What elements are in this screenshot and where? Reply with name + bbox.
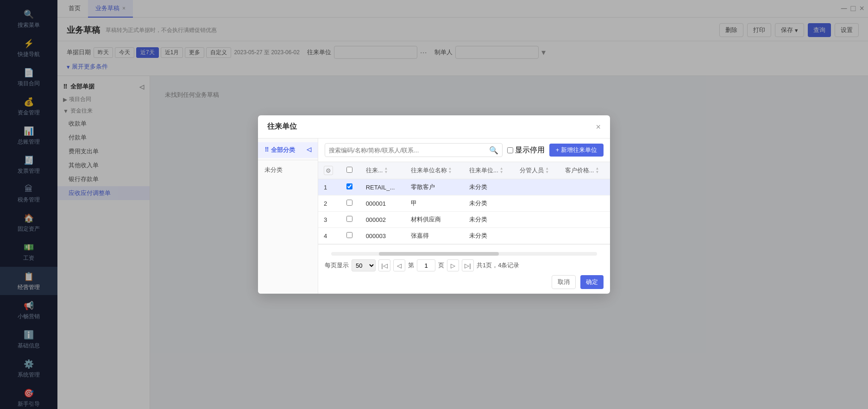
row-num: 2 [318, 195, 341, 212]
row-price [560, 212, 610, 228]
row-name: 零散客户 [405, 179, 464, 195]
prev-page-button[interactable]: ◁ [393, 259, 405, 271]
row-category: 未分类 [464, 228, 514, 244]
modal-body: ⠿ 全部分类 ◁ 未分类 🔍 [258, 138, 610, 294]
col-settings: ⚙ [318, 162, 341, 179]
modal-footer: 每页显示 50 100 200 |◁ ◁ 第 页 ▷ ▷| 共1页，4 [318, 244, 610, 294]
modal-overlay[interactable]: 往来单位 × ⠿ 全部分类 ◁ 未分类 [0, 0, 868, 409]
next-page-button[interactable]: ▷ [447, 259, 459, 271]
modal-main: 🔍 显示停用 + 新增往来单位 ⚙ [318, 138, 610, 294]
per-page-select[interactable]: 50 100 200 [352, 259, 376, 271]
modal-action-bar: 取消 确定 [325, 275, 604, 289]
table-head: ⚙ 往来... ▲▼ [318, 162, 610, 179]
row-name: 张嘉得 [405, 228, 464, 244]
sort-arrows-name: ▲▼ [448, 167, 452, 174]
row-check-4[interactable] [346, 232, 352, 238]
col-name: 往来单位名称 ▲▼ [405, 162, 464, 179]
search-input[interactable] [329, 147, 486, 154]
col-checkbox [341, 162, 360, 179]
modal-header: 往来单位 × [258, 115, 610, 138]
row-manager [514, 228, 559, 244]
table-body: 1 RETAIL_... 零散客户 未分类 [318, 179, 610, 244]
row-price [560, 179, 610, 195]
col-price: 客户价格... ▲▼ [560, 162, 610, 179]
row-price [560, 228, 610, 244]
row-manager [514, 195, 559, 212]
row-category: 未分类 [464, 195, 514, 212]
partner-modal: 往来单位 × ⠿ 全部分类 ◁ 未分类 [258, 115, 610, 294]
row-check-2[interactable] [346, 200, 352, 206]
horizontal-scrollbar[interactable] [331, 252, 597, 256]
per-page-label: 每页显示 [325, 261, 349, 270]
modal-table: ⚙ 往来... ▲▼ [318, 162, 610, 244]
sidebar-collapse-icon[interactable]: ◁ [307, 146, 311, 153]
col-code: 往来... ▲▼ [360, 162, 405, 179]
row-category: 未分类 [464, 212, 514, 228]
page-number-input[interactable] [417, 259, 435, 271]
partners-table: ⚙ 往来... ▲▼ [318, 162, 610, 244]
select-all-checkbox[interactable] [346, 167, 352, 173]
row-name: 材料供应商 [405, 212, 464, 228]
new-partner-button[interactable]: + 新增往来单位 [549, 144, 604, 157]
modal-sidebar-divider [258, 160, 318, 160]
sort-arrows-price: ▲▼ [595, 167, 599, 174]
page-suffix: 页 [438, 261, 444, 270]
show-disabled-label: 显示停用 [515, 145, 545, 155]
row-manager [514, 212, 559, 228]
sort-arrows-mgr: ▲▼ [545, 167, 549, 174]
confirm-button[interactable]: 确定 [580, 275, 604, 289]
total-records: 共1页，4条记录 [477, 261, 519, 270]
modal-sidebar-all[interactable]: ⠿ 全部分类 ◁ [258, 142, 318, 158]
grid-icon: ⠿ [264, 146, 269, 153]
table-row[interactable]: 4 000003 张嘉得 未分类 [318, 228, 610, 244]
table-row[interactable]: 1 RETAIL_... 零散客户 未分类 [318, 179, 610, 195]
row-check-3[interactable] [346, 216, 352, 222]
sort-price[interactable]: 客户价格... ▲▼ [565, 166, 599, 175]
scrollbar-thumb [379, 252, 498, 256]
sort-arrows-code: ▲▼ [384, 167, 388, 174]
row-code: 000002 [360, 212, 405, 228]
row-check-1[interactable] [346, 183, 352, 189]
modal-sidebar-unclassified[interactable]: 未分类 [258, 162, 318, 178]
row-num: 1 [318, 179, 341, 195]
column-settings-icon[interactable]: ⚙ [324, 166, 333, 175]
sort-name[interactable]: 往来单位名称 ▲▼ [411, 166, 452, 175]
row-checkbox [341, 195, 360, 212]
search-box: 🔍 [325, 143, 503, 157]
sort-manager[interactable]: 分管人员 ▲▼ [520, 166, 549, 175]
sort-category[interactable]: 往来单位... ▲▼ [469, 166, 503, 175]
show-disabled-checkbox[interactable] [507, 147, 513, 153]
row-num: 4 [318, 228, 341, 244]
col-manager: 分管人员 ▲▼ [514, 162, 559, 179]
sort-arrows-cat: ▲▼ [500, 167, 503, 174]
modal-title: 往来单位 [267, 122, 297, 132]
pagination: 每页显示 50 100 200 |◁ ◁ 第 页 ▷ ▷| 共1页，4 [325, 259, 604, 271]
page-label: 第 [408, 261, 414, 270]
table-row[interactable]: 3 000002 材料供应商 未分类 [318, 212, 610, 228]
row-name: 甲 [405, 195, 464, 212]
modal-toolbar: 🔍 显示停用 + 新增往来单位 [318, 138, 610, 162]
modal-close-icon[interactable]: × [596, 123, 601, 131]
row-checkbox [341, 179, 360, 195]
row-checkbox [341, 212, 360, 228]
col-category: 往来单位... ▲▼ [464, 162, 514, 179]
row-checkbox [341, 228, 360, 244]
last-page-button[interactable]: ▷| [462, 259, 474, 271]
sort-code[interactable]: 往来... ▲▼ [366, 166, 388, 175]
table-header-row: ⚙ 往来... ▲▼ [318, 162, 610, 179]
cancel-button[interactable]: 取消 [552, 275, 576, 289]
show-disabled-wrap: 显示停用 [507, 145, 545, 155]
row-code: 000001 [360, 195, 405, 212]
row-code: RETAIL_... [360, 179, 405, 195]
row-price [560, 195, 610, 212]
row-manager [514, 179, 559, 195]
row-code: 000003 [360, 228, 405, 244]
first-page-button[interactable]: |◁ [378, 259, 390, 271]
table-row[interactable]: 2 000001 甲 未分类 [318, 195, 610, 212]
modal-sidebar: ⠿ 全部分类 ◁ 未分类 [258, 138, 318, 294]
row-category: 未分类 [464, 179, 514, 195]
search-icon: 🔍 [489, 146, 498, 155]
row-num: 3 [318, 212, 341, 228]
